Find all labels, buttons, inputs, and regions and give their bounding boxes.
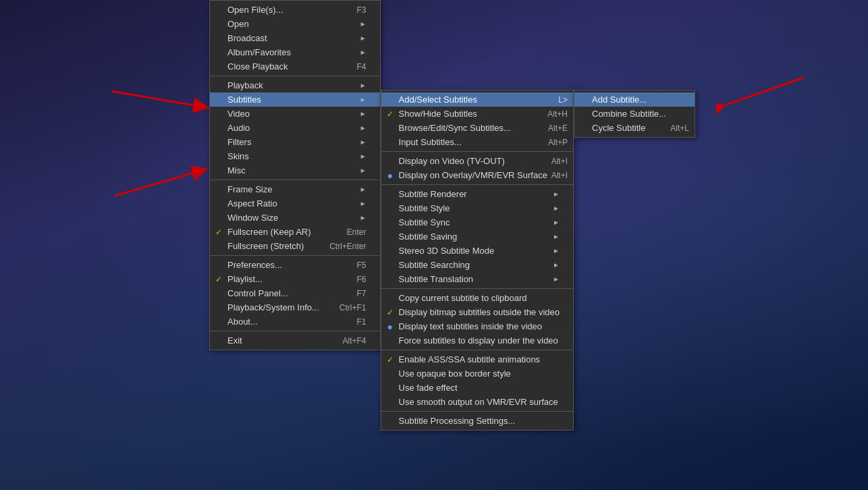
submenu-browse-edit-sync[interactable]: Browse/Edit/Sync Subtitles... Alt+E xyxy=(381,121,573,135)
submenu-stereo-3d[interactable]: Stereo 3D Subtitle Mode ► xyxy=(381,244,573,258)
menu-item-filters[interactable]: Filters ► xyxy=(210,135,380,149)
menu-item-album-favorites[interactable]: Album/Favorites ► xyxy=(210,45,380,59)
menu-item-frame-size[interactable]: Frame Size ► xyxy=(210,182,380,196)
separator-4 xyxy=(210,331,380,331)
submenu3-combine-subtitle[interactable]: Combine Subtitle... xyxy=(574,107,695,121)
check-ass-ssa: ✓ xyxy=(387,355,394,364)
menu-item-aspect-ratio[interactable]: Aspect Ratio ► xyxy=(210,196,380,211)
submenu-use-smooth-output[interactable]: Use smooth output on VMR/EVR surface xyxy=(381,395,573,409)
submenu3-cycle-subtitle[interactable]: Cycle Subtitle Alt+L xyxy=(574,121,695,135)
menu-item-video[interactable]: Video ► xyxy=(210,107,380,121)
menu-item-preferences[interactable]: Preferences... F5 xyxy=(210,258,380,272)
sep-sub-3 xyxy=(381,288,573,289)
separator-1 xyxy=(210,76,380,76)
add-select-submenu: Add Subtitle... Combine Subtitle... Cycl… xyxy=(574,90,695,138)
submenu-display-text-inside[interactable]: ● Display text subtitles inside the vide… xyxy=(381,319,573,333)
menu-item-open-files[interactable]: Open File(s)... F3 xyxy=(210,3,380,17)
menu-item-playlist[interactable]: ✓ Playlist... F6 xyxy=(210,272,380,286)
sep-sub-5 xyxy=(381,411,573,412)
sep-sub-1 xyxy=(381,151,573,152)
check-show-hide: ✓ xyxy=(387,109,394,119)
separator-2 xyxy=(210,180,380,180)
menu-item-broadcast[interactable]: Broadcast ► xyxy=(210,31,380,45)
submenu-use-opaque-box[interactable]: Use opaque box border style xyxy=(381,366,573,381)
separator-3 xyxy=(210,255,380,256)
submenu-input-subtitles[interactable]: Input Subtitles... Alt+P xyxy=(381,135,573,149)
menu-item-subtitles[interactable]: Subtitles ► xyxy=(210,92,380,107)
submenu-subtitle-style[interactable]: Subtitle Style ► xyxy=(381,201,573,215)
menu-item-fullscreen-keep-ar[interactable]: ✓ Fullscreen (Keep AR) Enter xyxy=(210,225,380,239)
menu-item-open[interactable]: Open ► xyxy=(210,17,380,31)
check-playlist: ✓ xyxy=(215,275,222,284)
menu-system: Open File(s)... F3 Open ► Broadcast ► Al… xyxy=(209,0,695,431)
menu-item-fullscreen-stretch[interactable]: Fullscreen (Stretch) Ctrl+Enter xyxy=(210,239,380,253)
submenu-subtitle-saving[interactable]: Subtitle Saving ► xyxy=(381,229,573,244)
sep-sub-4 xyxy=(381,350,573,350)
submenu-subtitle-searching[interactable]: Subtitle Searching ► xyxy=(381,258,573,272)
submenu-copy-current-subtitle[interactable]: Copy current subtitle to clipboard xyxy=(381,291,573,305)
menu-item-close-playback[interactable]: Close Playback F4 xyxy=(210,59,380,74)
menu-item-misc[interactable]: Misc ► xyxy=(210,163,380,178)
submenu-display-on-video[interactable]: Display on Video (TV-OUT) Alt+I xyxy=(381,154,573,168)
menu-item-window-size[interactable]: Window Size ► xyxy=(210,211,380,225)
menu-item-skins[interactable]: Skins ► xyxy=(210,149,380,163)
submenu-force-subtitles-under[interactable]: Force subtitles to display under the vid… xyxy=(381,333,573,348)
submenu-subtitle-sync[interactable]: Subtitle Sync ► xyxy=(381,215,573,229)
submenu-display-bitmap[interactable]: ✓ Display bitmap subtitles outside the v… xyxy=(381,305,573,319)
subtitles-submenu: Add/Select Subtitles L> ✓ Show/Hide Subt… xyxy=(381,90,574,431)
submenu-add-select-subtitles[interactable]: Add/Select Subtitles L> xyxy=(381,92,573,107)
check-display-bitmap: ✓ xyxy=(387,308,394,317)
primary-menu: Open File(s)... F3 Open ► Broadcast ► Al… xyxy=(209,0,381,350)
submenu-show-hide-subtitles[interactable]: ✓ Show/Hide Subtitles Alt+H xyxy=(381,107,573,121)
menu-item-exit[interactable]: Exit Alt+F4 xyxy=(210,333,380,348)
menu-item-playback[interactable]: Playback ► xyxy=(210,78,380,92)
submenu-subtitle-processing-settings[interactable]: Subtitle Processing Settings... xyxy=(381,414,573,428)
submenu-enable-ass-ssa[interactable]: ✓ Enable ASS/SSA subtitle animations xyxy=(381,352,573,366)
menu-item-playback-system-info[interactable]: Playback/System Info... Ctrl+F1 xyxy=(210,300,380,315)
menu-item-audio[interactable]: Audio ► xyxy=(210,121,380,135)
check-fullscreen-keep-ar: ✓ xyxy=(215,227,222,237)
submenu-use-fade-effect[interactable]: Use fade effect xyxy=(381,381,573,395)
submenu-subtitle-renderer[interactable]: Subtitle Renderer ► xyxy=(381,187,573,201)
sep-sub-2 xyxy=(381,184,573,185)
submenu-display-on-overlay[interactable]: ● Display on Overlay/VMR/EVR Surface Alt… xyxy=(381,168,573,182)
dot-display-overlay: ● xyxy=(387,170,393,181)
dot-display-text: ● xyxy=(387,321,393,332)
menu-item-control-panel[interactable]: Control Panel... F7 xyxy=(210,286,380,300)
submenu3-add-subtitle[interactable]: Add Subtitle... xyxy=(574,92,695,107)
menu-item-about[interactable]: About... F1 xyxy=(210,315,380,329)
submenu-subtitle-translation[interactable]: Subtitle Translation ► xyxy=(381,272,573,286)
